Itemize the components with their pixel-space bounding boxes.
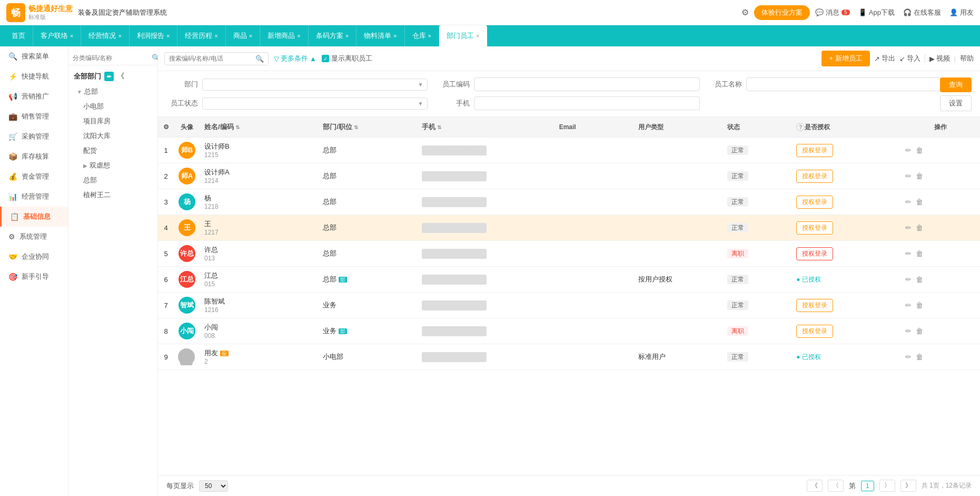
- tab-add-goods[interactable]: 新增商品 ×: [260, 25, 308, 46]
- sidebar-item-guide[interactable]: 🎯 新手引导: [0, 267, 68, 287]
- delete-icon[interactable]: 🗑: [916, 353, 923, 361]
- sidebar-item-purchase[interactable]: 🛒 采购管理: [0, 127, 68, 147]
- search-input[interactable]: [169, 55, 253, 62]
- edit-icon[interactable]: ✏: [905, 301, 912, 309]
- delete-icon[interactable]: 🗑: [916, 301, 923, 309]
- search-submit-icon[interactable]: 🔍: [255, 55, 264, 63]
- dept-select[interactable]: ▼: [202, 79, 428, 91]
- sidebar-item-search[interactable]: 🔍 搜索菜单: [0, 46, 68, 66]
- dept-node-zb[interactable]: 总部: [68, 173, 157, 188]
- add-employee-btn[interactable]: + 新增员工: [821, 51, 869, 66]
- app-download-btn[interactable]: 📱 App下载: [858, 8, 895, 17]
- tab-close[interactable]: ×: [476, 33, 479, 39]
- edit-icon[interactable]: ✏: [905, 249, 912, 258]
- delete-icon[interactable]: 🗑: [916, 275, 923, 284]
- auth-btn[interactable]: 授权登录: [796, 196, 833, 209]
- help-btn[interactable]: 帮助: [960, 54, 974, 63]
- gear-icon[interactable]: ⚙: [741, 7, 749, 17]
- th-settings[interactable]: ⚙: [158, 117, 174, 138]
- emp-status-select[interactable]: ▼: [202, 98, 428, 110]
- dept-node-proj[interactable]: 项目库房: [68, 114, 157, 129]
- dept-node-sx[interactable]: ▶ 双虐想: [68, 158, 157, 173]
- show-resigned-checkbox[interactable]: ✓ 显示离职员工: [322, 54, 372, 63]
- reset-btn[interactable]: 设置: [940, 95, 972, 111]
- video-btn[interactable]: ▶ 视频: [929, 54, 950, 63]
- try-btn[interactable]: 体验行业方案: [754, 5, 810, 20]
- tab-history[interactable]: 经营历程 ×: [177, 25, 225, 46]
- tab-operations[interactable]: 经营情况 ×: [81, 25, 129, 46]
- dept-node-ph[interactable]: 配货: [68, 143, 157, 158]
- tab-close[interactable]: ×: [166, 33, 170, 39]
- edit-icon[interactable]: ✏: [905, 327, 912, 335]
- tab-department[interactable]: 部门员工 ×: [439, 25, 487, 46]
- tab-close[interactable]: ×: [297, 33, 300, 39]
- tab-goods[interactable]: 商品 ×: [226, 25, 260, 46]
- auth-btn[interactable]: 授权登录: [796, 325, 833, 338]
- tab-close[interactable]: ×: [393, 33, 397, 39]
- tab-close[interactable]: ×: [345, 33, 349, 39]
- first-page-btn[interactable]: 《: [807, 480, 823, 492]
- sidebar-item-finance[interactable]: 💰 资金管理: [0, 167, 68, 187]
- tab-barcode[interactable]: 条码方案 ×: [309, 25, 357, 46]
- edit-icon[interactable]: ✏: [905, 198, 912, 206]
- more-conditions-btn[interactable]: ▽ 更多条件 ▲: [274, 54, 316, 63]
- delete-icon[interactable]: 🗑: [916, 198, 923, 206]
- auth-btn[interactable]: 授权登录: [796, 221, 833, 235]
- tab-warehouse[interactable]: 仓库 ×: [405, 25, 439, 46]
- delete-icon[interactable]: 🗑: [916, 146, 923, 154]
- import-btn[interactable]: ↙ 导入: [899, 54, 920, 63]
- sidebar-item-business[interactable]: 📊 经营管理: [0, 187, 68, 207]
- prev-page-btn[interactable]: 〈: [828, 480, 844, 492]
- th-name[interactable]: 姓名/编码⇅: [200, 117, 319, 138]
- edit-icon[interactable]: ✏: [905, 275, 912, 284]
- online-service-btn[interactable]: 🎧 在线客服: [903, 8, 941, 17]
- dept-collapse-icon[interactable]: 《: [117, 72, 124, 81]
- edit-icon[interactable]: ✏: [905, 172, 912, 180]
- tab-bom[interactable]: 物料清单 ×: [357, 25, 404, 46]
- dept-edit-icon[interactable]: ✏: [104, 72, 114, 81]
- th-phone[interactable]: 手机⇅: [418, 117, 555, 138]
- auth-btn[interactable]: 授权登录: [796, 299, 833, 312]
- export-btn[interactable]: ↗ 导出: [874, 54, 895, 63]
- sidebar-item-quicknav[interactable]: ⚡ 快捷导航: [0, 66, 68, 86]
- auth-btn[interactable]: 授权登录: [796, 144, 833, 157]
- tab-close[interactable]: ×: [214, 33, 217, 39]
- dept-node-headquarters[interactable]: ▼ 总部: [68, 84, 157, 99]
- message-btn[interactable]: 💬 消息 5: [815, 8, 850, 17]
- user-btn[interactable]: 👤 用友: [949, 8, 974, 17]
- tab-close[interactable]: ×: [118, 33, 121, 39]
- delete-icon[interactable]: 🗑: [916, 223, 923, 232]
- tab-close[interactable]: ×: [428, 33, 431, 39]
- tab-home[interactable]: 首页: [4, 25, 33, 46]
- edit-icon[interactable]: ✏: [905, 223, 912, 232]
- tab-profit[interactable]: 利润报告 ×: [130, 25, 177, 46]
- per-page-select[interactable]: 50 100: [199, 480, 228, 492]
- dept-node-zs[interactable]: 植树王二: [68, 188, 157, 202]
- delete-icon[interactable]: 🗑: [916, 172, 923, 180]
- edit-icon[interactable]: ✏: [905, 146, 912, 154]
- sidebar-item-basic[interactable]: 📋 基础信息: [0, 207, 68, 227]
- tab-customer[interactable]: 客户联络 ×: [33, 25, 81, 46]
- delete-icon[interactable]: 🗑: [916, 327, 923, 335]
- tab-close[interactable]: ×: [70, 33, 73, 39]
- emp-code-input[interactable]: [474, 77, 699, 91]
- dept-node-xiao[interactable]: 小电部: [68, 99, 157, 114]
- sidebar-item-marketing[interactable]: 📢 营销推广: [0, 86, 68, 106]
- last-page-btn[interactable]: 》: [900, 480, 916, 492]
- edit-icon[interactable]: ✏: [905, 353, 912, 361]
- th-dept[interactable]: 部门/职位⇅: [319, 117, 418, 138]
- tab-close[interactable]: ×: [249, 33, 252, 39]
- auth-btn[interactable]: 授权登录: [796, 247, 833, 260]
- emp-name-input[interactable]: [746, 77, 972, 91]
- dept-search-input[interactable]: [73, 54, 152, 62]
- delete-icon[interactable]: 🗑: [916, 249, 923, 258]
- auth-btn[interactable]: 授权登录: [796, 170, 833, 183]
- next-page-btn[interactable]: 〉: [879, 480, 895, 492]
- sidebar-item-sales[interactable]: 💼 销售管理: [0, 106, 68, 127]
- sidebar-item-collab[interactable]: 🤝 企业协同: [0, 247, 68, 267]
- phone-input[interactable]: [474, 96, 699, 110]
- sidebar-item-inventory[interactable]: 📦 库存核算: [0, 147, 68, 167]
- query-btn[interactable]: 查询: [940, 77, 972, 92]
- dept-node-sy[interactable]: 沈阳大库: [68, 129, 157, 143]
- sidebar-item-system[interactable]: ⚙ 系统管理: [0, 227, 68, 247]
